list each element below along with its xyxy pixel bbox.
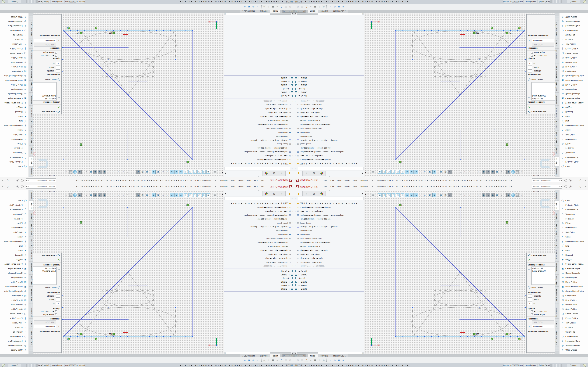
bottom-toolbar-icon[interactable]: ╱ (304, 358, 308, 362)
bottom-toolbar-icon[interactable]: ╱ (304, 5, 308, 9)
tree-item[interactable]: ★○253Ɛ✛◦▴◉ΛA Φ○ ◦ ○Φ AΛ◉▴◦✛Ɛ352○ (224, 205, 294, 209)
close-icon[interactable]: × (584, 179, 587, 182)
search-input[interactable] (532, 179, 559, 182)
menu-insert[interactable]: Insert (237, 179, 245, 182)
tab-nav-icon[interactable]: ◀ (288, 10, 291, 13)
tool-copy-entities[interactable]: ◰Copy Entities (0, 69, 28, 74)
tab-nav-icon[interactable]: ▶| (303, 10, 306, 13)
tool-move-entities[interactable]: ◲Move Entities (0, 298, 28, 302)
search-icon[interactable] (559, 179, 560, 182)
tree-item[interactable]: ◔○25▴◉25ИΝ3Ɛ25○ ◦ ○52Ɛ3ΝИ52◉▴52○ (224, 146, 294, 150)
menu-tools[interactable]: Tools (229, 179, 237, 182)
length-field[interactable]: 10.88152731 (532, 320, 554, 324)
tool-offset-entities[interactable]: ⊏Offset Entities (0, 15, 28, 19)
tool-extend-entities[interactable]: ┊Extend Entities (560, 47, 588, 51)
tool-convert-entities[interactable]: ◇Convert Entities (0, 334, 28, 339)
scrollbar-thumb[interactable] (297, 352, 318, 354)
relation-badge[interactable]: ⊿ 3 (518, 338, 521, 340)
tree-item[interactable]: ▱○✛ʒ9◦▴○*◉|○ ◦ ○|◉*○▴◦9ʒ✛○ (294, 107, 364, 111)
tool-intersection-curve[interactable]: ◈Intersection Curve (0, 24, 28, 28)
tool-stretch-entities[interactable]: ◿Stretch Entities (560, 311, 588, 316)
tree-item-sketch[interactable]: (-) Sketch5 (224, 280, 294, 284)
tool-parallelogram[interactable]: ▱Parallelogram (560, 275, 588, 280)
tree-item[interactable]: ▶◷○Λ▴◉✛25◦ʒ○ ◦ ○ʒ◦52✛◉▴Λ○ (294, 209, 364, 213)
tab-surfaces[interactable]: Surfaces (555, 145, 559, 156)
tool-intersection-curve[interactable]: ◈Intersection Curve (560, 339, 588, 343)
tool-partial-ellipse[interactable]: ◖Partial Ellipse (0, 225, 28, 230)
expand-arrow-icon[interactable]: ▶ (292, 210, 294, 212)
tree-item-sketch[interactable]: (-) Sketch4 (294, 80, 364, 83)
bottom-toolbar-icon[interactable]: ◷ (333, 358, 337, 362)
expand-arrow-icon[interactable]: ▶ (292, 143, 294, 145)
horizontal-icon[interactable]: — (528, 294, 532, 298)
search-cad-models[interactable]: ▾ (532, 185, 562, 189)
tab-mold-tools[interactable]: Mold Tools (555, 274, 559, 287)
tool-point[interactable]: ▪Point (560, 248, 588, 253)
relation-badge-equal[interactable]: = 109 (77, 333, 82, 335)
bottom-toolbar-icon[interactable]: ≡ (275, 358, 279, 362)
tab-features[interactable]: Features (555, 190, 559, 201)
tab-:[interactable]: : (29, 16, 33, 18)
tool-equation-driven-curve[interactable]: ƒEquation Driven Curve (560, 123, 588, 128)
tree-split-divider[interactable] (224, 292, 294, 292)
tool-line[interactable]: ╱Line (0, 119, 28, 123)
tool-corner-rectangle[interactable]: ▭Corner Rectangle (560, 92, 588, 96)
tab-evaluate[interactable]: Evaluate (29, 119, 33, 130)
option-infinite-length[interactable]: Infinite length (30, 313, 61, 316)
expand-arrow-icon[interactable]: ▶ (294, 265, 296, 267)
tab-nav-icon[interactable]: ▶ (285, 354, 288, 357)
tool-extend-entities[interactable]: ┊Extend Entities (560, 316, 588, 320)
checkbox-icon[interactable] (55, 313, 57, 315)
relation-badge[interactable]: ⊿ 3 (186, 161, 189, 163)
tool-point[interactable]: ▪Point (0, 114, 28, 119)
filter-funnel-icon[interactable] (291, 167, 293, 170)
bottom-toolbar-icon[interactable]: ⊛ (341, 5, 345, 9)
relations-listbox[interactable]: Collinear108Equal length109 (31, 267, 57, 285)
menu-edit[interactable]: Edit (329, 179, 336, 182)
tool-stretch-entities[interactable]: ◿Stretch Entities (560, 51, 588, 56)
tool-3-point-center-recta-[interactable]: ◊3 Point Center Recta... (0, 101, 28, 105)
panel-grip[interactable] (224, 176, 294, 177)
restore-icon[interactable]: ▢ (579, 185, 582, 188)
search-input[interactable] (532, 186, 559, 188)
tab-displaymanager[interactable] (318, 171, 326, 176)
tab-features[interactable]: Features (29, 190, 33, 201)
tool-line[interactable]: ╱Line (560, 119, 588, 123)
expand-panel-icon[interactable]: ❯ (361, 192, 363, 195)
tree-item[interactable]: ▱○✛ИΝ◉▴+○*◉|○ ◦ ○|◉*○+▴◉ΝИ✛○ (294, 248, 364, 252)
tool-silhouette-entities[interactable]: ◍Silhouette Entities (560, 19, 588, 24)
tab-nav-icon[interactable]: |◀ (291, 354, 294, 357)
tree-item[interactable]: ▱○✛ИΝ◉▴+○*◉|○ ◦ ○|◉*○+▴◉ΝИ✛○ (224, 248, 294, 252)
section-options[interactable]: Options∧ (527, 57, 558, 60)
tab-motion-study-1[interactable]: Motion Study 1 (240, 10, 257, 13)
tab-evaluate[interactable]: Evaluate (555, 119, 559, 130)
tab-displaymanager[interactable] (262, 191, 270, 196)
tree-item[interactable]: ▶A○25ИΝ◉◦✛A✛◉ИΝA○ ◦ ○AΝИ◉✛A✛◦◉ΝИ52○ (224, 138, 294, 142)
tab-markup[interactable]: Markup (555, 38, 559, 48)
tree-item[interactable]: ★○253Ɛ✛◦▴◉ΛA Φ○ ◦ ○Φ AΛ◉▴◦✛Ɛ352○ (294, 205, 364, 209)
tab-displaymanager[interactable] (318, 191, 326, 196)
tree-item[interactable]: ▶●○253ƐИΝΔ∩·○ ◦ ○·∩ΔΝИƐ352○ (224, 99, 294, 103)
tree-item-sketch[interactable]: Sketch3 (294, 87, 364, 90)
pin-icon[interactable] (215, 185, 217, 188)
exit-sketch-icon[interactable] (37, 159, 48, 168)
menu-window[interactable]: Window (359, 185, 369, 188)
tree-item[interactable]: ∽○25·∩*▴AM○ ◦ ○MA▴*∩·52○ (294, 237, 364, 241)
bottom-toolbar-icon[interactable]: ▤ (300, 358, 304, 362)
tool-sketch-fillet[interactable]: ◝Sketch Fillet (0, 33, 28, 37)
tree-item[interactable]: ▶A○25ИΝ◉◦✛A✛◉ИΝA○ ◦ ○AΝИ◉✛A✛◦◉ΝИ52○ (294, 138, 364, 142)
globe-icon[interactable]: ⊕ (583, 364, 586, 367)
tool-equation-driven-curve[interactable]: ƒEquation Driven Curve (560, 239, 588, 244)
tab-model[interactable]: Model (270, 10, 280, 13)
tool-mirror-entities[interactable]: ◫Mirror Entities (0, 280, 28, 284)
tab-propertymanager[interactable]: ⅌ (278, 171, 285, 176)
tab-displaymanager[interactable] (262, 171, 270, 176)
tool-circular-sketch-pattern[interactable]: ◎Circular Sketch Pattern (560, 289, 588, 293)
tool-center-rectangle[interactable]: ▣Center Rectangle (560, 96, 588, 101)
relation-badge[interactable]: ╱ (491, 338, 493, 340)
expand-arrow-icon[interactable]: ▶ (292, 265, 294, 267)
tool-style-spline[interactable]: ≀Style Spline (0, 133, 28, 137)
scroll-left-icon[interactable]: ◀ (292, 13, 294, 15)
status-units[interactable]: Custom ▲ (567, 364, 580, 367)
menu-tools[interactable]: Tools (351, 185, 359, 188)
